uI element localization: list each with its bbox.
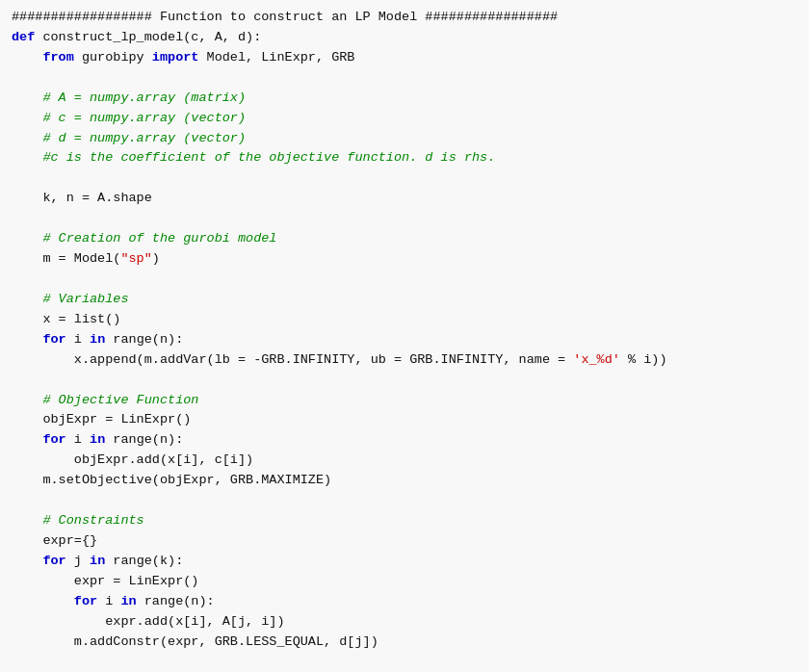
code-token: in: [90, 432, 105, 447]
code-token: for: [42, 432, 65, 447]
code-token: in: [90, 332, 105, 347]
code-token: # Variables: [42, 292, 128, 306]
code-line: [12, 209, 797, 229]
code-line: [12, 168, 797, 189]
code-token: construct_lp_model: [42, 30, 183, 44]
code-token: objExpr.add(x[i], c[i]): [12, 452, 253, 467]
code-line: # A = numpy.array (matrix): [12, 89, 797, 109]
code-line: [12, 371, 797, 391]
code-line: for i in range(n):: [12, 592, 797, 612]
code-token: [12, 50, 42, 65]
code-token: range(n):: [105, 332, 183, 347]
code-line: # Objective Function: [12, 391, 797, 411]
code-line: # Variables: [12, 290, 797, 310]
code-line: m.addConstr(expr, GRB.LESS_EQUAL, d[j]): [12, 633, 797, 653]
code-line: #c is the coefficient of the objective f…: [12, 148, 797, 168]
code-token: (c, A, d):: [183, 30, 261, 44]
code-line: ################## Function to construct…: [12, 8, 797, 28]
code-token: # c = numpy.array (vector): [42, 111, 246, 125]
code-token: x.append(m.addVar(lb = -GRB.INFINITY, ub…: [12, 352, 573, 367]
code-token: expr.add(x[i], A[j, i]): [12, 614, 285, 629]
code-line: expr={}: [12, 531, 797, 552]
code-line: m = Model("sp"): [12, 249, 797, 270]
code-line: for j in range(k):: [12, 552, 797, 572]
code-token: # Objective Function: [42, 393, 198, 407]
code-token: import: [152, 50, 199, 65]
code-token: in: [120, 594, 136, 608]
code-token: [12, 131, 42, 145]
code-token: [12, 594, 74, 608]
code-token: for: [74, 594, 97, 608]
code-token: # Constraints: [42, 513, 144, 528]
code-token: objExpr = LinExpr(): [12, 412, 191, 426]
code-token: [12, 292, 42, 306]
code-token: [12, 393, 42, 407]
code-line: [12, 491, 797, 511]
code-token: i: [97, 594, 120, 608]
code-token: k, n = A.shape: [12, 191, 152, 205]
code-token: ): [152, 251, 160, 266]
code-token: range(n):: [137, 594, 215, 608]
code-token: [12, 231, 42, 246]
code-token: range(n):: [105, 432, 183, 447]
code-token: "sp": [120, 251, 151, 266]
code-line: # c = numpy.array (vector): [12, 109, 797, 129]
code-token: # Creation of the gurobi model: [42, 231, 276, 246]
code-token: in: [90, 554, 105, 568]
code-line: # Creation of the gurobi model: [12, 229, 797, 249]
code-line: for i in range(n):: [12, 430, 797, 451]
code-line: [12, 270, 797, 290]
code-line: # Constraints: [12, 511, 797, 531]
code-line: # d = numpy.array (vector): [12, 129, 797, 149]
code-token: [12, 150, 42, 165]
code-token: [12, 90, 42, 105]
code-token: Model, LinExpr, GRB: [198, 50, 354, 65]
code-line: x.append(m.addVar(lb = -GRB.INFINITY, ub…: [12, 350, 797, 371]
code-token: m = Model(: [12, 251, 120, 266]
code-token: ################## Function to construct…: [12, 10, 558, 24]
code-token: [12, 332, 42, 347]
code-token: [12, 432, 42, 447]
code-editor: ################## Function to construct…: [0, 0, 809, 672]
code-token: [12, 111, 42, 125]
code-token: 'x_%d': [573, 352, 620, 367]
code-token: for: [42, 332, 65, 347]
code-token: #c is the coefficient of the objective f…: [42, 150, 495, 165]
code-line: x = list(): [12, 310, 797, 330]
code-token: def: [12, 30, 42, 44]
code-token: % i)): [620, 352, 667, 367]
code-line: objExpr = LinExpr(): [12, 410, 797, 430]
code-line: k, n = A.shape: [12, 189, 797, 209]
code-line: expr = LinExpr(): [12, 572, 797, 592]
code-line: from gurobipy import Model, LinExpr, GRB: [12, 48, 797, 68]
code-token: expr = LinExpr(): [12, 574, 198, 588]
code-line: for i in range(n):: [12, 330, 797, 350]
code-token: expr={}: [12, 533, 97, 548]
code-token: for: [42, 554, 65, 568]
code-line: objExpr.add(x[i], c[i]): [12, 451, 797, 471]
code-token: # A = numpy.array (matrix): [42, 90, 246, 105]
code-token: [12, 554, 42, 568]
code-token: m.addConstr(expr, GRB.LESS_EQUAL, d[j]): [12, 634, 378, 649]
code-token: [12, 513, 42, 528]
code-line: def construct_lp_model(c, A, d):: [12, 28, 797, 48]
code-token: range(k):: [105, 554, 183, 568]
code-line: expr.add(x[i], A[j, i]): [12, 612, 797, 633]
code-token: i: [66, 332, 90, 347]
code-token: from: [42, 50, 73, 65]
code-token: j: [66, 554, 90, 568]
code-token: # d = numpy.array (vector): [42, 131, 246, 145]
code-token: gurobipy: [74, 50, 152, 65]
code-token: i: [66, 432, 90, 447]
code-token: m.setObjective(objExpr, GRB.MAXIMIZE): [12, 473, 331, 487]
code-line: [12, 653, 797, 673]
code-line: m.setObjective(objExpr, GRB.MAXIMIZE): [12, 471, 797, 491]
code-token: x = list(): [12, 312, 120, 326]
code-line: [12, 68, 797, 89]
